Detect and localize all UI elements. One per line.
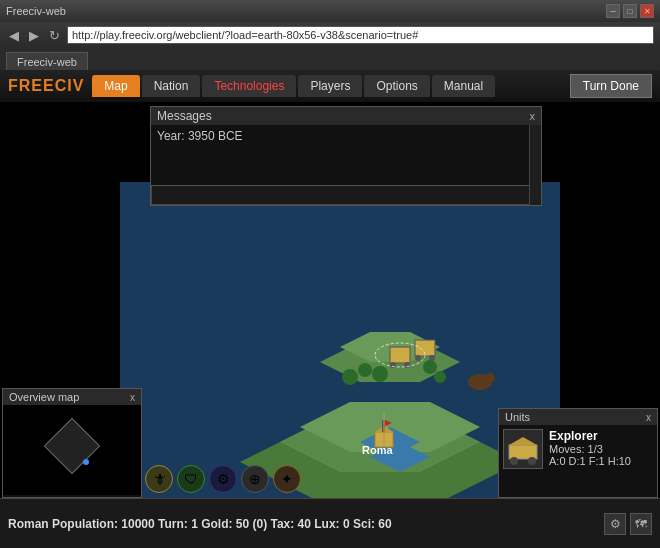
- svg-point-8: [342, 369, 358, 385]
- messages-body: Year: 3950 BCE: [151, 125, 541, 185]
- address-bar[interactable]: [67, 26, 654, 44]
- browser-tab[interactable]: Freeciv-web: [6, 52, 88, 70]
- unit-stats: A:0 D:1 F:1 H:10: [549, 455, 631, 467]
- svg-point-21: [429, 355, 435, 361]
- reload-button[interactable]: ↻: [46, 28, 63, 43]
- maximize-button[interactable]: □: [623, 4, 637, 18]
- overview-header: Overview map x: [3, 389, 141, 405]
- status-icon-2[interactable]: 🗺: [630, 513, 652, 535]
- messages-header: Messages x: [151, 107, 541, 125]
- unit-icon: [503, 429, 543, 469]
- units-close-button[interactable]: x: [646, 412, 651, 423]
- tab-technologies[interactable]: Technologies: [202, 75, 296, 97]
- svg-marker-29: [509, 437, 537, 445]
- svg-point-11: [423, 360, 437, 374]
- unit-action-5[interactable]: ✦: [273, 465, 301, 493]
- status-text: Roman Population: 10000 Turn: 1 Gold: 50…: [8, 517, 392, 531]
- svg-point-17: [390, 362, 396, 368]
- overview-body: [3, 405, 141, 495]
- overview-title: Overview map: [9, 391, 79, 403]
- svg-rect-28: [509, 445, 537, 459]
- back-button[interactable]: ◀: [6, 28, 22, 43]
- units-panel: Units x Explorer Moves: 1/3 A:0 D:1 F:1 …: [498, 408, 658, 498]
- svg-point-12: [434, 371, 446, 383]
- minimize-button[interactable]: ─: [606, 4, 620, 18]
- browser-toolbar: ◀ ▶ ↻: [0, 22, 660, 48]
- units-header: Units x: [499, 409, 657, 425]
- forward-button[interactable]: ▶: [26, 28, 42, 43]
- messages-panel: Messages x Year: 3950 BCE: [150, 106, 542, 206]
- svg-point-23: [485, 373, 495, 383]
- svg-rect-16: [390, 347, 410, 363]
- browser-titlebar: Freeciv-web ─ □ ✕: [0, 0, 660, 22]
- overview-diamond: [44, 418, 101, 475]
- unit-action-2[interactable]: 🛡: [177, 465, 205, 493]
- svg-point-31: [528, 457, 536, 465]
- messages-title: Messages: [157, 109, 212, 123]
- window-controls: ─ □ ✕: [606, 4, 654, 18]
- logo-civ: CIV: [55, 77, 85, 94]
- messages-year: Year: 3950 BCE: [157, 129, 243, 143]
- unit-action-3[interactable]: ⚙: [209, 465, 237, 493]
- svg-point-30: [510, 457, 518, 465]
- nav-tabs: Map Nation Technologies Players Options …: [92, 75, 495, 97]
- svg-point-18: [404, 362, 410, 368]
- city-units-row: 🗡 🛡 ⚙ ⊕ ✦: [145, 465, 301, 493]
- unit-moves: Moves: 1/3: [549, 443, 631, 455]
- tab-options[interactable]: Options: [364, 75, 429, 97]
- svg-point-20: [415, 355, 421, 361]
- game-nav: FREECIV Map Nation Technologies Players …: [0, 70, 660, 102]
- unit-action-4[interactable]: ⊕: [241, 465, 269, 493]
- explorer-icon: [505, 431, 541, 467]
- browser-title: Freeciv-web: [6, 5, 600, 17]
- unit-name: Explorer: [549, 429, 631, 443]
- overview-player-dot: [83, 459, 89, 465]
- svg-point-10: [372, 366, 388, 382]
- close-button[interactable]: ✕: [640, 4, 654, 18]
- tab-map[interactable]: Map: [92, 75, 139, 97]
- status-bar: Roman Population: 10000 Turn: 1 Gold: 50…: [0, 498, 660, 548]
- tab-nation[interactable]: Nation: [142, 75, 201, 97]
- messages-close-button[interactable]: x: [530, 110, 536, 122]
- unit-info: Explorer Moves: 1/3 A:0 D:1 F:1 H:10: [549, 429, 631, 467]
- svg-point-9: [358, 363, 372, 377]
- units-body: Explorer Moves: 1/3 A:0 D:1 F:1 H:10: [499, 425, 657, 473]
- browser-tab-bar: Freeciv-web: [0, 48, 660, 70]
- tab-manual[interactable]: Manual: [432, 75, 495, 97]
- turn-done-button[interactable]: Turn Done: [570, 74, 652, 98]
- messages-input[interactable]: [151, 185, 541, 205]
- tab-players[interactable]: Players: [298, 75, 362, 97]
- status-icon-1[interactable]: ⚙: [604, 513, 626, 535]
- svg-text:Roma: Roma: [362, 444, 393, 456]
- units-title: Units: [505, 411, 530, 423]
- game-logo: FREECIV: [8, 77, 84, 95]
- logo-free: FREE: [8, 77, 55, 94]
- game-container: FREECIV Map Nation Technologies Players …: [0, 70, 660, 548]
- status-icons: ⚙ 🗺: [604, 513, 652, 535]
- overview-map: Overview map x: [2, 388, 142, 498]
- overview-close-button[interactable]: x: [130, 392, 135, 403]
- messages-scrollbar[interactable]: [529, 125, 541, 205]
- unit-action-1[interactable]: 🗡: [145, 465, 173, 493]
